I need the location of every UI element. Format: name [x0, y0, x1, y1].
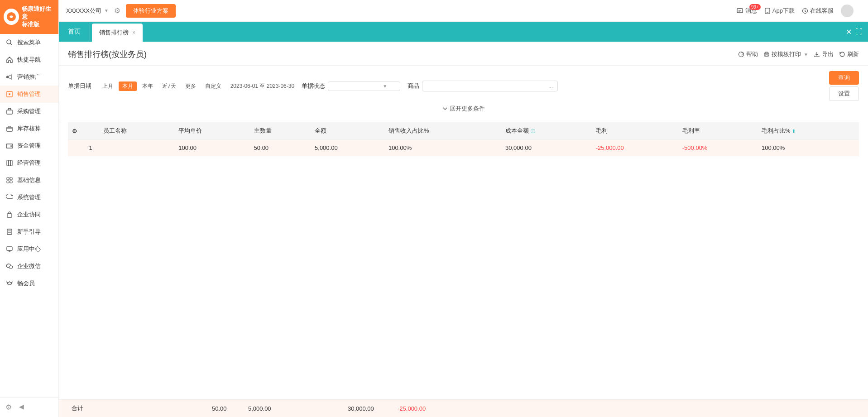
- sidebar-item-label: 新手引导: [17, 228, 41, 236]
- row-sales-pct: 100.00%: [385, 140, 502, 156]
- expand-row: 展开更多条件: [68, 101, 859, 116]
- data-table: ⚙ 员工名称 平均单价 主数量 全额 销售收入占比% 成本全额 ⓘ 毛利 毛利率…: [68, 122, 859, 156]
- sidebar-item-search[interactable]: 搜索菜单: [0, 34, 58, 51]
- query-btn[interactable]: 查询: [829, 71, 859, 85]
- date-tab-custom[interactable]: 自定义: [201, 81, 225, 91]
- book-icon: [5, 228, 14, 236]
- cost-info-icon[interactable]: ⓘ: [531, 129, 535, 134]
- svg-point-3: [6, 76, 8, 77]
- tv-icon: [5, 245, 14, 253]
- enterprise-icon: [5, 211, 14, 219]
- sidebar-item-basic[interactable]: 基础信息: [0, 172, 58, 189]
- online-service-btn[interactable]: 在线客服: [802, 7, 834, 15]
- print-btn[interactable]: 按模板打印 ▼: [763, 50, 808, 58]
- status-filter-label: 单据状态: [302, 82, 325, 90]
- status-filter: 单据状态 ▼: [302, 81, 400, 91]
- trial-btn[interactable]: 体验行业方案: [126, 4, 176, 18]
- sidebar-item-label: 搜索菜单: [17, 38, 41, 47]
- svg-rect-15: [7, 181, 9, 183]
- svg-rect-7: [7, 127, 12, 131]
- tab-home[interactable]: 首页: [59, 23, 90, 41]
- sidebar-item-sales[interactable]: 销售管理: [0, 86, 58, 103]
- print-dropdown-arrow[interactable]: ▼: [804, 52, 808, 57]
- table-row: 1 100.00 50.00 5,000.00 100.00% 30,000.0…: [68, 140, 859, 156]
- close-window-icon[interactable]: ✕: [846, 28, 852, 36]
- tab-close-icon[interactable]: ×: [132, 29, 135, 36]
- settings-gear-icon[interactable]: ⚙: [114, 6, 120, 15]
- sidebar-item-marketing[interactable]: 营销推广: [0, 68, 58, 86]
- col-profit-rate: 毛利率: [679, 122, 758, 140]
- row-amount: 5,000.00: [311, 140, 385, 156]
- col-cost: 成本全额 ⓘ: [502, 122, 592, 140]
- sidebar-item-label: 资金管理: [17, 142, 41, 150]
- sidebar-item-enterprise[interactable]: 企业协同: [0, 206, 58, 223]
- sidebar-item-label: 应用中心: [17, 245, 41, 253]
- refresh-btn[interactable]: 刷新: [839, 50, 859, 58]
- svg-rect-12: [10, 160, 12, 166]
- status-select[interactable]: ▼: [328, 81, 400, 91]
- footer-qty: 50.00: [212, 405, 248, 412]
- maximize-icon[interactable]: ⛶: [855, 28, 863, 36]
- tabbar: 首页 销售排行榜 × ✕ ⛶: [59, 22, 868, 42]
- svg-point-25: [9, 266, 13, 268]
- company-name: XXXXXX公司: [66, 7, 101, 15]
- sidebar-item-label: 系统管理: [17, 193, 41, 201]
- topbar-right: 消息 99+ App下载 在线客服: [736, 5, 861, 17]
- col-sales-pct: 销售收入占比%: [385, 122, 502, 140]
- profit-pct-icon[interactable]: ⬆: [792, 129, 796, 134]
- search-icon: [5, 38, 14, 47]
- company-selector[interactable]: XXXXXX公司 ▼: [66, 7, 109, 15]
- sidebar-item-finance[interactable]: 资金管理: [0, 137, 58, 154]
- svg-text:?: ?: [740, 51, 743, 58]
- company-dropdown-arrow: ▼: [104, 8, 109, 13]
- footer-profit: -25,000.00: [398, 405, 443, 412]
- date-tab-this-year[interactable]: 本年: [139, 81, 157, 91]
- sidebar-item-wechat[interactable]: 企业微信: [0, 258, 58, 275]
- filter-row: 单据日期 上月 本月 本年 近7天 更多 自定义 2023-06-01 至 20…: [68, 71, 859, 101]
- date-tab-last-month[interactable]: 上月: [99, 81, 117, 91]
- vip-icon: [5, 279, 14, 288]
- sidebar-item-inventory[interactable]: 库存核算: [0, 120, 58, 137]
- sidebar-item-purchase[interactable]: 采购管理: [0, 103, 58, 120]
- date-range-text: 2023-06-01 至 2023-06-30: [230, 82, 294, 90]
- goods-input[interactable]: ...: [422, 81, 558, 91]
- row-icon-cell: [68, 140, 82, 156]
- chart-icon: [5, 159, 14, 167]
- user-avatar[interactable]: [841, 5, 854, 17]
- collapse-icon[interactable]: ◀: [19, 403, 24, 412]
- tabbar-actions: ✕ ⛶: [840, 28, 868, 36]
- settings-icon[interactable]: ⚙: [5, 403, 12, 412]
- col-avg-price: 平均单价: [175, 122, 250, 140]
- sidebar-item-business[interactable]: 经营管理: [0, 154, 58, 172]
- svg-line-2: [10, 43, 12, 45]
- page-header-actions: ? 帮助 按模板打印 ▼ 导出 刷新: [738, 50, 859, 58]
- sidebar-item-appstore[interactable]: 应用中心: [0, 240, 58, 258]
- logo-text: 畅康通好生意 标准版: [22, 5, 55, 29]
- goods-more-icon[interactable]: ...: [548, 83, 553, 89]
- row-profit-rate: -500.00%: [679, 140, 758, 156]
- sidebar-item-label: 企业协同: [17, 211, 41, 219]
- app-download-btn[interactable]: App下载: [764, 7, 795, 15]
- message-btn[interactable]: 消息 99+: [736, 7, 757, 15]
- sidebar-item-member[interactable]: 畅会员: [0, 275, 58, 292]
- svg-rect-10: [7, 160, 9, 166]
- settings-btn[interactable]: 设置: [829, 86, 859, 101]
- sidebar-bottom: ⚙ ◀: [0, 397, 58, 417]
- export-btn[interactable]: 导出: [814, 50, 834, 58]
- col-settings[interactable]: ⚙: [68, 122, 82, 140]
- row-avg-price: 100.00: [175, 140, 250, 156]
- date-tab-7days[interactable]: 近7天: [158, 81, 180, 91]
- sidebar-item-quick-nav[interactable]: 快捷导航: [0, 51, 58, 68]
- wallet-icon: [5, 142, 14, 150]
- expand-btn[interactable]: 展开更多条件: [442, 105, 485, 113]
- sidebar-item-guide[interactable]: 新手引导: [0, 223, 58, 240]
- row-name: [100, 140, 175, 156]
- help-btn[interactable]: ? 帮助: [738, 50, 758, 58]
- date-tab-this-month[interactable]: 本月: [119, 81, 137, 91]
- date-tab-more[interactable]: 更多: [182, 81, 200, 91]
- sidebar-item-system[interactable]: 系统管理: [0, 189, 58, 206]
- goods-filter-label: 商品: [408, 82, 419, 90]
- sidebar-item-label: 快捷导航: [17, 56, 41, 64]
- tab-sales-rank[interactable]: 销售排行榜 ×: [92, 24, 143, 42]
- row-rank: 1: [82, 140, 100, 156]
